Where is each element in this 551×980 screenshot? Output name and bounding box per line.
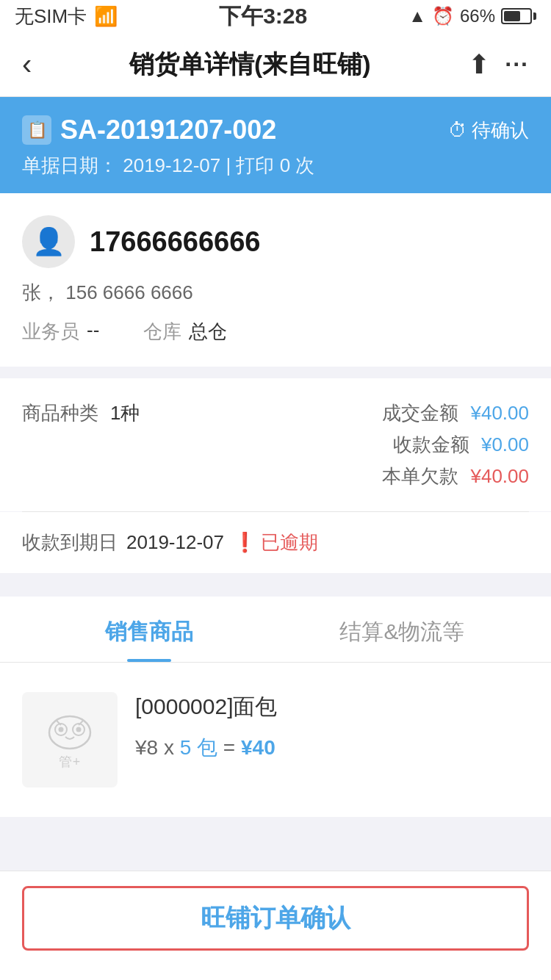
order-icon: 📋 [22,115,51,145]
overdue-text: 已逾期 [261,530,318,555]
multiply-sign: x [164,736,180,759]
product-types-label: 商品种类 [22,400,98,426]
equals-sign: = [223,736,241,759]
tab-products[interactable]: 销售商品 [22,597,276,662]
confirm-button[interactable]: 旺铺订单确认 [22,886,529,951]
product-price: ¥8 x 5 包 = ¥40 [135,734,529,762]
due-section: 收款到期日 2019-12-07 ❗ 已逾期 [0,512,551,573]
amounts: 成交金额 ¥40.00 收款金额 ¥0.00 本单欠款 ¥40.00 [382,400,529,489]
header-top: 📋 SA-20191207-002 ⏱ 待确认 [22,115,529,145]
header-card: 📋 SA-20191207-002 ⏱ 待确认 单据日期： 2019-12-07… [0,97,551,193]
debt-value: ¥40.00 [470,465,529,488]
received-value: ¥0.00 [481,433,529,456]
tabs-section: 销售商品 结算&物流等 [0,597,551,663]
unit: 包 [197,736,217,759]
status-bar: 无SIM卡 📶 下午3:28 ▲ ⏰ 66% [0,0,551,32]
page-title: 销货单详情(来自旺铺) [129,48,371,82]
time-label: 下午3:28 [219,1,307,32]
wifi-icon: 📶 [94,5,118,28]
salesman-value: -- [87,319,99,345]
back-button[interactable]: ‹ [22,48,32,81]
customer-top: 👤 17666666666 [22,215,529,268]
salesman-meta: 业务员 -- [22,319,99,345]
svg-point-3 [59,727,64,732]
battery-indicator [501,8,536,24]
bottom-bar: 旺铺订单确认 [0,871,551,980]
quantity: 5 [180,736,192,759]
divider-1 [0,367,551,378]
product-list: 管+ [0000002]面包 ¥8 x 5 包 = ¥40 [0,663,551,817]
unit-price: ¥8 [135,736,158,759]
total-price: ¥40 [241,736,276,759]
due-date-value: 2019-12-07 [126,531,224,554]
status-clock-icon: ⏱ [448,119,467,142]
avatar: 👤 [22,215,75,268]
overdue-badge: ❗ 已逾期 [233,530,318,555]
summary-section: 商品种类 1种 成交金额 ¥40.00 收款金额 ¥0.00 本单欠款 ¥40.… [0,378,551,511]
owl-logo-icon [40,709,99,753]
order-id: 📋 SA-20191207-002 [22,115,276,145]
tab-settlement[interactable]: 结算&物流等 [276,597,529,662]
amount-label: 成交金额 [382,400,458,426]
overdue-icon: ❗ [233,531,256,554]
more-button[interactable]: ··· [505,51,529,78]
table-row: 管+ [0000002]面包 ¥8 x 5 包 = ¥40 [22,677,529,802]
nav-bar: ‹ 销货单详情(来自旺铺) ⬆ ··· [0,32,551,97]
customer-meta: 业务员 -- 仓库 总仓 [22,311,529,345]
warehouse-meta: 仓库 总仓 [143,319,227,345]
divider-2 [0,573,551,585]
product-name: [0000002]面包 [135,692,529,722]
received-row: 收款金额 ¥0.00 [393,432,529,458]
product-types-value: 1种 [110,400,140,426]
debt-label: 本单欠款 [382,464,458,489]
thumb-inner: 管+ [40,709,99,771]
amount-value: ¥40.00 [470,402,529,425]
product-types: 商品种类 1种 [22,400,140,426]
status-left: 无SIM卡 📶 [15,4,118,29]
tabs-row: 销售商品 结算&物流等 [0,597,551,662]
warehouse-label: 仓库 [143,319,181,345]
order-status: ⏱ 待确认 [448,118,529,143]
logo-text: 管+ [59,753,82,771]
battery-label: 66% [460,6,495,26]
order-date-line: 单据日期： 2019-12-07 | 打印 0 次 [22,153,529,179]
nav-actions: ⬆ ··· [468,49,529,80]
amount-row: 成交金额 ¥40.00 [382,400,529,426]
due-label: 收款到期日 [22,530,118,555]
customer-phone: 17666666666 [90,226,260,258]
share-button[interactable]: ⬆ [468,49,490,80]
debt-row: 本单欠款 ¥40.00 [382,464,529,489]
carrier-label: 无SIM卡 [15,4,87,29]
customer-section: 👤 17666666666 张， 156 6666 6666 业务员 -- 仓库… [0,193,551,367]
status-right: ▲ ⏰ 66% [408,6,536,26]
received-label: 收款金额 [393,432,469,458]
product-thumbnail: 管+ [22,692,118,788]
warehouse-value: 总仓 [189,319,227,345]
svg-point-4 [76,727,82,732]
product-info: [0000002]面包 ¥8 x 5 包 = ¥40 [135,692,529,788]
summary-grid: 商品种类 1种 成交金额 ¥40.00 收款金额 ¥0.00 本单欠款 ¥40.… [22,400,529,489]
avatar-icon: 👤 [32,226,65,257]
alarm-icon: ⏰ [432,6,454,26]
customer-info: 张， 156 6666 6666 [22,280,529,306]
location-icon: ▲ [408,6,426,26]
salesman-label: 业务员 [22,319,79,345]
